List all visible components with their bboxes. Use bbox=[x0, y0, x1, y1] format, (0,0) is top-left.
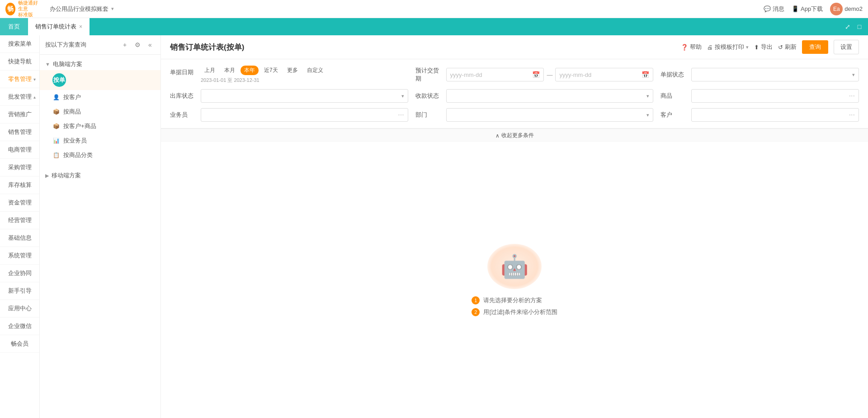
header-actions: ❓ 帮助 🖨 按模板打印 ▾ ⬆ 导出 ↺ 刷新 bbox=[681, 40, 859, 54]
tip-text-1: 请先选择要分析的方案 bbox=[483, 296, 542, 304]
custom-btn[interactable]: 自定义 bbox=[303, 66, 327, 75]
cust-goods-icon: 📦 bbox=[52, 123, 60, 130]
staff-input[interactable]: ··· bbox=[201, 108, 408, 122]
goods-more-icon[interactable]: ··· bbox=[849, 92, 855, 100]
empty-state: 🤖 1 请先选择要分析的方案 2 用[过滤]条件来缩小分析范围 bbox=[161, 142, 868, 418]
page-title: 销售订单统计表(按单) bbox=[170, 42, 244, 52]
help-btn[interactable]: ❓ 帮助 bbox=[681, 43, 702, 51]
settings-scheme-btn[interactable]: ⚙ bbox=[132, 40, 142, 50]
left-panel-title: 按以下方案查询 bbox=[45, 41, 117, 49]
chevron-down-icon: ▼ bbox=[45, 62, 50, 67]
out-status-label: 出库状态 bbox=[170, 92, 197, 100]
user-area[interactable]: Ea demo2 bbox=[830, 3, 863, 15]
refresh-btn[interactable]: ↺ 刷新 bbox=[778, 43, 797, 51]
sidebar-item-finance[interactable]: 资金管理 bbox=[0, 194, 39, 212]
category-icon: 📋 bbox=[52, 152, 60, 159]
sidebar-item-ops[interactable]: 经营管理 bbox=[0, 212, 39, 229]
sidebar-item-quicknav[interactable]: 快捷导航 bbox=[0, 53, 39, 71]
status-select[interactable]: ▾ bbox=[691, 68, 859, 81]
dept-select[interactable]: ▾ bbox=[446, 108, 654, 122]
date-from-input[interactable]: yyyy-mm-dd 📅 bbox=[446, 68, 544, 81]
scheme-item-label: 按业务员 bbox=[63, 137, 87, 145]
active-scheme-badge: 按单 bbox=[52, 73, 66, 87]
this-month-btn[interactable]: 本月 bbox=[221, 66, 239, 75]
sidebar-item-ecom[interactable]: 电商管理 bbox=[0, 141, 39, 159]
collapse-label: 收起更多条件 bbox=[501, 132, 534, 139]
goods-input[interactable]: ··· bbox=[691, 89, 859, 103]
last-7-days-btn[interactable]: 近7天 bbox=[260, 66, 282, 75]
customer-input[interactable]: ··· bbox=[691, 108, 859, 122]
collapse-icon: ∧ bbox=[495, 133, 500, 139]
message-btn[interactable]: 💬 消息 bbox=[764, 5, 784, 13]
tab-home[interactable]: 首页 bbox=[0, 18, 28, 35]
tip-num-1: 1 bbox=[472, 296, 480, 304]
goods-label: 商品 bbox=[660, 92, 688, 100]
refresh-icon: ↺ bbox=[778, 44, 783, 51]
collapse-bar[interactable]: ∧ 收起更多条件 bbox=[161, 128, 868, 142]
scheme-item-by-staff[interactable]: 📊 按业务员 bbox=[40, 133, 160, 148]
export-btn[interactable]: ⬆ 导出 bbox=[754, 43, 773, 51]
message-icon: 💬 bbox=[764, 5, 771, 12]
sidebar-item-appcenter[interactable]: 应用中心 bbox=[0, 300, 39, 318]
pc-scheme-group-header[interactable]: ▼ 电脑端方案 bbox=[40, 58, 160, 70]
status-dropdown-icon: ▾ bbox=[852, 72, 855, 78]
app-download-btn[interactable]: 📱 App下载 bbox=[792, 5, 823, 13]
settings-btn[interactable]: 设置 bbox=[834, 40, 859, 54]
customer-icon: 👤 bbox=[52, 94, 60, 101]
more-btn[interactable]: 更多 bbox=[283, 66, 302, 75]
sidebar-item-wholesale[interactable]: 批发管理▴ bbox=[0, 88, 39, 106]
sidebar-item-system[interactable]: 系统管理 bbox=[0, 247, 39, 265]
goods-icon: 📦 bbox=[52, 108, 60, 115]
customer-more-icon[interactable]: ··· bbox=[849, 111, 855, 119]
scheme-item-by-customer-goods[interactable]: 📦 按客户+商品 bbox=[40, 119, 160, 133]
this-year-btn[interactable]: 本年 bbox=[241, 66, 259, 75]
top-right: 💬 消息 📱 App下载 Ea demo2 bbox=[764, 3, 863, 15]
top-dropdown-icon[interactable]: ▾ bbox=[111, 6, 114, 12]
sidebar-item-search[interactable]: 搜索菜单 bbox=[0, 35, 39, 53]
left-panel: 按以下方案查询 + ⚙ « ▼ 电脑端方案 按单 👤 按客户 📦 bbox=[40, 35, 161, 418]
left-panel-header: 按以下方案查询 + ⚙ « bbox=[40, 35, 160, 55]
sidebar: 搜索菜单 快捷导航 零售管理▾ 批发管理▴ 营销推广 销售管理 电商管理 采购管… bbox=[0, 35, 40, 418]
right-panel: 销售订单统计表(按单) ❓ 帮助 🖨 按模板打印 ▾ ⬆ 导出 bbox=[161, 35, 868, 418]
staff-more-icon[interactable]: ··· bbox=[398, 111, 404, 119]
sidebar-item-sales[interactable]: 销售管理 bbox=[0, 124, 39, 141]
add-scheme-btn[interactable]: + bbox=[120, 40, 130, 50]
template-print-btn[interactable]: 🖨 按模板打印 ▾ bbox=[707, 43, 749, 51]
customer-label: 客户 bbox=[660, 111, 688, 119]
out-status-select[interactable]: ▾ bbox=[201, 89, 408, 103]
date-range-text: 2023-01-01 至 2023-12-31 bbox=[201, 77, 327, 84]
scheme-item-by-category[interactable]: 📋 按商品分类 bbox=[40, 148, 160, 162]
date-to-input[interactable]: yyyy-mm-dd 📅 bbox=[555, 68, 653, 81]
prev-month-btn[interactable]: 上月 bbox=[201, 66, 219, 75]
mobile-scheme-group-header[interactable]: ▶ 移动端方案 bbox=[40, 170, 160, 181]
query-btn[interactable]: 查询 bbox=[802, 40, 828, 54]
export-label: 导出 bbox=[761, 43, 773, 51]
chevron-right-icon: ▶ bbox=[45, 173, 49, 179]
pay-status-select[interactable]: ▾ bbox=[446, 89, 654, 103]
scheme-item-by-goods[interactable]: 📦 按商品 bbox=[40, 104, 160, 119]
tab-close-btn[interactable]: × bbox=[79, 24, 82, 30]
scheme-item-by-order[interactable]: 按单 bbox=[40, 70, 160, 90]
help-icon: ❓ bbox=[681, 44, 688, 51]
sidebar-item-basic[interactable]: 基础信息 bbox=[0, 229, 39, 247]
sidebar-item-marketing[interactable]: 营销推广 bbox=[0, 106, 39, 124]
scheme-item-by-customer[interactable]: 👤 按客户 bbox=[40, 90, 160, 104]
tab-restore-btn[interactable]: ⤢ bbox=[843, 22, 853, 32]
tab-maximize-btn[interactable]: □ bbox=[854, 22, 864, 32]
tab-active[interactable]: 销售订单统计表 × bbox=[28, 18, 90, 35]
sidebar-item-purchase[interactable]: 采购管理 bbox=[0, 159, 39, 176]
sidebar-item-guide[interactable]: 新手引导 bbox=[0, 282, 39, 300]
date-separator: — bbox=[547, 71, 552, 78]
scheme-item-label: 按客户+商品 bbox=[63, 122, 96, 130]
sidebar-item-enterprise[interactable]: 企业协同 bbox=[0, 265, 39, 282]
dept-label: 部门 bbox=[415, 111, 443, 119]
tab-bar: 首页 销售订单统计表 × ⤢ □ bbox=[0, 18, 868, 35]
sidebar-item-retail[interactable]: 零售管理▾ bbox=[0, 71, 39, 88]
sidebar-item-inventory[interactable]: 库存核算 bbox=[0, 176, 39, 194]
main-layout: 搜索菜单 快捷导航 零售管理▾ 批发管理▴ 营销推广 销售管理 电商管理 采购管… bbox=[0, 35, 868, 418]
collapse-panel-btn[interactable]: « bbox=[145, 40, 155, 50]
empty-illustration: 🤖 bbox=[487, 244, 542, 289]
sidebar-item-wechat[interactable]: 企业微信 bbox=[0, 318, 39, 335]
sidebar-item-member[interactable]: 畅会员 bbox=[0, 335, 39, 353]
logo-icon: 畅 bbox=[5, 3, 15, 15]
